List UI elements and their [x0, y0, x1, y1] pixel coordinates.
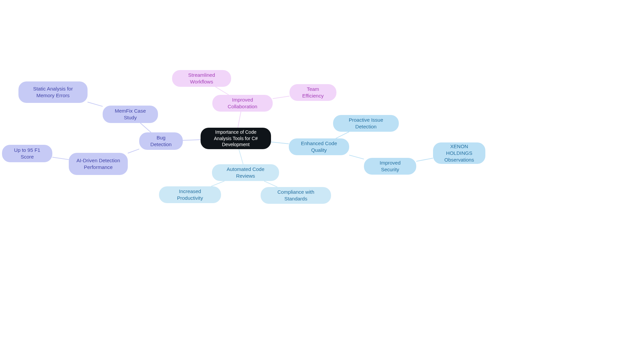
node-increased-productivity[interactable]: Increased Productivity	[159, 186, 221, 203]
node-label: Compliance with Standards	[267, 189, 324, 202]
node-label: Up to 95 F1 Score	[9, 147, 46, 161]
edge-aiDriven-f1Score	[52, 157, 69, 160]
node-improved-security[interactable]: Improved Security	[364, 158, 416, 175]
node-streamlined-workflows[interactable]: Streamlined Workflows	[172, 70, 231, 87]
edge-improvedSecurity-xenon	[416, 158, 433, 161]
edge-automated-increasedProd	[211, 181, 224, 186]
node-improved-collaboration[interactable]: Improved Collaboration	[212, 95, 273, 112]
node-label: Automated Code Reviews	[219, 166, 272, 180]
edge-center-enhancedQuality	[271, 142, 289, 144]
edge-center-bugDetection	[183, 140, 201, 140]
node-label: Proactive Issue Detection	[340, 117, 392, 130]
node-enhanced-code-quality[interactable]: Enhanced Code Quality	[289, 138, 349, 155]
edge-automated-compliance	[264, 181, 277, 187]
node-automated-code-reviews[interactable]: Automated Code Reviews	[212, 164, 279, 181]
edge-center-improvedCollab	[238, 112, 241, 128]
edge-center-automated	[239, 149, 243, 164]
edge-bugDetection-memfix	[140, 123, 151, 132]
node-compliance-standards[interactable]: Compliance with Standards	[261, 187, 331, 204]
edges-layer	[0, 0, 644, 363]
center-label: Importance of Code Analysis Tools for C#…	[207, 129, 264, 148]
edge-memfix-staticAnalysis	[88, 102, 103, 106]
edge-enhancedQuality-improvedSecurity	[349, 155, 364, 159]
node-memfix-case-study[interactable]: MemFix Case Study	[103, 106, 158, 123]
node-label: Enhanced Code Quality	[296, 140, 342, 154]
node-proactive-issue-detection[interactable]: Proactive Issue Detection	[333, 115, 399, 132]
node-label: Team Efficiency	[296, 86, 330, 100]
node-label: Static Analysis for Memory Errors	[25, 85, 81, 99]
node-ai-driven-detection[interactable]: AI-Driven Detection Performance	[69, 153, 128, 175]
node-label: Improved Collaboration	[219, 97, 266, 110]
node-label: XENON HOLDINGS Observations	[440, 143, 479, 164]
node-bug-detection[interactable]: Bug Detection	[139, 132, 183, 150]
center-node[interactable]: Importance of Code Analysis Tools for C#…	[201, 128, 271, 149]
node-team-efficiency[interactable]: Team Efficiency	[289, 84, 336, 101]
node-label: Streamlined Workflows	[179, 72, 224, 85]
node-f1-score[interactable]: Up to 95 F1 Score	[2, 145, 52, 162]
node-label: Bug Detection	[146, 134, 176, 148]
node-xenon-holdings[interactable]: XENON HOLDINGS Observations	[433, 142, 485, 164]
node-label: Increased Productivity	[166, 188, 214, 202]
edge-improvedCollab-streamlined	[215, 87, 229, 95]
node-label: AI-Driven Detection Performance	[75, 157, 121, 171]
edge-enhancedQuality-proactive	[336, 132, 349, 138]
node-label: MemFix Case Study	[109, 108, 151, 121]
node-label: Improved Security	[371, 160, 410, 173]
edge-bugDetection-aiDriven	[128, 149, 139, 153]
node-static-analysis[interactable]: Static Analysis for Memory Errors	[18, 81, 88, 103]
edge-improvedCollab-teamEff	[273, 96, 289, 99]
